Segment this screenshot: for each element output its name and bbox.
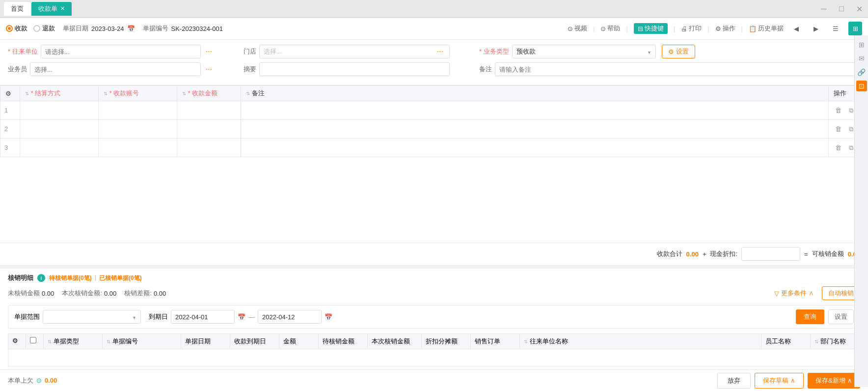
shortcut-btn[interactable]: ⊟ 快捷键 — [634, 23, 668, 34]
staff-more-btn[interactable]: ··· — [204, 65, 214, 74]
more-filter-btn[interactable]: ▽ 更多条件 ∧ — [774, 289, 814, 298]
amount-cell-2[interactable] — [177, 120, 241, 139]
tab-receipt[interactable]: 收款单 ✕ — [31, 2, 72, 16]
range-field: 单据范围 — [14, 310, 141, 324]
receipt-table: ⚙ ⇅ * 结算方式 ⇅ * 收款账号 ⇅ * 收款金额 — [0, 85, 868, 157]
summary-input[interactable] — [259, 62, 450, 76]
gear-col-header[interactable]: ⚙ — [0, 86, 20, 101]
filter-row: 单据范围 到期日 📅 — 📅 查询 设置 — [8, 305, 860, 329]
discount-input[interactable] — [741, 247, 800, 261]
amount-cell-3[interactable] — [177, 139, 241, 157]
tab-bar: 首页 收款单 ✕ ─ □ ✕ — [0, 0, 868, 18]
radio-refund[interactable]: 退款 — [33, 24, 55, 33]
bottom-bar-left: 本单上欠 ⊙ 0.00 — [8, 376, 57, 385]
form-row-2: 业务员 ··· 摘要 备注 — [8, 62, 860, 76]
settings-top-btn[interactable]: ⚙ 设置 — [662, 45, 695, 58]
operation-btn[interactable]: ⚙ 操作 — [715, 24, 735, 33]
operation-icon: ⚙ — [715, 25, 721, 32]
amount-col-header: ⇅ * 收款金额 — [177, 86, 241, 101]
nav-prev-btn[interactable]: ◀ — [789, 22, 803, 35]
help-btn[interactable]: ⊙ 帮助 — [600, 24, 620, 33]
gear-col[interactable]: ⚙ — [8, 334, 26, 349]
video-btn[interactable]: ⊙ 视频 — [568, 24, 587, 33]
this-time-label: 本单上欠 — [8, 376, 33, 385]
sidebar-table-icon[interactable]: ⊞ — [856, 39, 867, 50]
row-num-3: 3 — [0, 139, 20, 157]
store-select[interactable]: 选择... ··· — [259, 45, 450, 58]
maximize-button[interactable]: □ — [833, 0, 850, 18]
tab-close-icon[interactable]: ✕ — [60, 5, 65, 12]
date-label: 单据日期 — [63, 24, 88, 33]
date-field: 单据日期 2023-03-24 📅 — [63, 24, 135, 33]
save-new-label: 保存&新增 — [815, 376, 845, 385]
save-new-btn[interactable]: 保存&新增 ∧ — [808, 373, 860, 389]
tab-home[interactable]: 首页 — [4, 2, 30, 16]
chevron-up-icon: ∧ — [790, 377, 795, 384]
due-date-to-input[interactable] — [258, 310, 322, 324]
info-icon-small[interactable]: ⊙ — [36, 377, 42, 384]
help-icon: ⊙ — [600, 25, 606, 32]
remark-cell-1[interactable] — [241, 101, 829, 120]
form-area: * 往来单位 ··· 门店 选择... ··· * 业务类型 预收款 — [0, 40, 868, 85]
write-off-table-container: ⚙ ⇅ 单据类型 ⇅ 单据编号 单据日期 收款到期日 — [8, 334, 860, 366]
settlement-cell-2[interactable] — [20, 120, 99, 139]
filter-icon: ▽ — [774, 290, 779, 297]
grid-view-btn[interactable]: ⊞ — [848, 22, 862, 35]
list-view-btn[interactable]: ☰ — [829, 22, 842, 35]
done-tab[interactable]: 已核销单据(0笔) — [99, 274, 142, 282]
print-btn[interactable]: 🖨 打印 — [681, 24, 702, 33]
from-unit-input[interactable] — [41, 45, 201, 58]
sidebar-attach-icon[interactable]: 🔗 — [856, 67, 867, 78]
filter-settings-btn[interactable]: 设置 — [828, 309, 854, 324]
remark-cell-2[interactable] — [241, 120, 829, 139]
delete-row-3-btn[interactable]: 🗑 — [833, 142, 843, 153]
diff-label: 核销差额: — [124, 289, 152, 298]
settlement-cell-1[interactable] — [20, 101, 99, 120]
radio-receipt[interactable]: 收款 — [6, 24, 27, 33]
delete-row-1-btn[interactable]: 🗑 — [833, 105, 843, 116]
number-value: SK-20230324-001 — [171, 25, 223, 32]
business-type-field: * 业务类型 预收款 — [479, 45, 656, 58]
close-button[interactable]: ✕ — [850, 0, 868, 18]
history-btn[interactable]: 📋 历史单据 — [749, 24, 784, 33]
pending-tab[interactable]: 待核销单据(0笔) — [49, 274, 92, 282]
query-btn[interactable]: 查询 — [796, 309, 824, 324]
business-type-select[interactable]: 预收款 — [512, 45, 656, 58]
calendar-from-icon[interactable]: 📅 — [238, 313, 245, 321]
staff-input[interactable] — [30, 62, 201, 76]
settlement-col-header: ⇅ * 结算方式 — [20, 86, 99, 101]
range-select[interactable] — [43, 310, 141, 324]
amount-cell-1[interactable] — [177, 101, 241, 120]
from-unit-field: * 往来单位 ··· — [8, 45, 214, 58]
unwritten-label: 未核销金额 — [8, 289, 40, 298]
calendar-icon[interactable]: 📅 — [127, 25, 135, 32]
abandon-btn[interactable]: 放弃 — [717, 373, 751, 389]
due-date-from-input[interactable] — [171, 310, 235, 324]
account-cell-1[interactable] — [99, 101, 177, 120]
account-cell-2[interactable] — [99, 120, 177, 139]
bottom-bar-right: 放弃 保存草稿 ∧ 保存&新增 ∧ — [717, 373, 860, 389]
note-input[interactable] — [495, 62, 860, 76]
from-unit-more-btn[interactable]: ··· — [204, 47, 214, 56]
settlement-cell-3[interactable] — [20, 139, 99, 157]
info-icon[interactable]: i — [37, 274, 45, 282]
number-field: 单据编号 SK-20230324-001 — [143, 24, 223, 33]
delete-row-2-btn[interactable]: 🗑 — [833, 124, 843, 135]
calendar-to-icon[interactable]: 📅 — [325, 313, 332, 321]
nav-next-btn[interactable]: ▶ — [809, 22, 823, 35]
remark-cell-3[interactable] — [241, 139, 829, 157]
remark-col-header: ⇅ 备注 — [241, 86, 829, 101]
select-all-checkbox[interactable] — [30, 337, 36, 343]
store-more-btn[interactable]: ··· — [435, 47, 445, 56]
checkbox-col[interactable] — [26, 334, 44, 349]
sidebar-mail-icon[interactable]: ✉ — [856, 53, 867, 64]
radio-refund-label: 退款 — [42, 24, 55, 33]
from-unit-label: * 往来单位 — [8, 47, 38, 56]
gear-col-icon[interactable]: ⚙ — [5, 90, 11, 97]
row-num-2: 2 — [0, 120, 20, 139]
minimize-button[interactable]: ─ — [815, 0, 833, 18]
save-draft-btn[interactable]: 保存草稿 ∧ — [755, 373, 804, 389]
account-cell-3[interactable] — [99, 139, 177, 157]
sidebar-screenshot-icon[interactable]: ⊡ — [856, 81, 867, 91]
sales-order-col-header: 销售订单 — [471, 334, 520, 349]
